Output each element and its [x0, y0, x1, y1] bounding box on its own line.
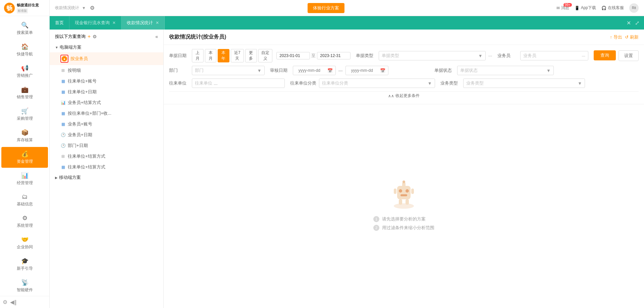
date-this-month-btn[interactable]: 本月	[205, 49, 217, 62]
sidebar-item-finance[interactable]: 💰 资金管理	[1, 147, 48, 168]
tree-section-mobile: ▶ 移动端方案	[50, 172, 163, 183]
dept-select[interactable]: 部门 ▼	[192, 66, 265, 75]
date-from-input[interactable]	[276, 52, 310, 59]
tab-receipt-stats-close[interactable]: ✕	[156, 20, 159, 25]
date-last-month-btn[interactable]: 上月	[192, 49, 204, 62]
review-date-to-wrap[interactable]: 📅	[345, 66, 388, 75]
svg-rect-10	[406, 199, 409, 205]
sidebar-item-enterprise[interactable]: 🤝 企业协同	[1, 233, 48, 253]
sidebar-settings-btn[interactable]: ⚙	[3, 299, 7, 305]
tree-item-label: 按明细	[68, 67, 81, 73]
doc-status-select[interactable]: 单据状态 ▼	[457, 66, 554, 75]
sidebar-item-purchase[interactable]: 🛒 采购管理	[1, 104, 48, 125]
collapse-icon: ∧∧	[388, 94, 394, 98]
doc-status-label: 单据状态	[434, 67, 454, 73]
sidebar-item-marketing[interactable]: 📢 营销推广	[1, 61, 48, 82]
date-7days-btn[interactable]: 近7天	[231, 49, 244, 62]
tree-item-salesman-account[interactable]: ▦ 业务员+账号	[50, 119, 163, 130]
review-date-to-input[interactable]	[348, 67, 379, 74]
tab-receipt-stats[interactable]: 收款情况统计 ✕	[121, 16, 165, 30]
salesman-icon: ●	[62, 56, 67, 61]
tree-item-counterpart-dept-recv[interactable]: ▦ 按往来单位+部门+收...	[50, 108, 163, 119]
sidebar: 畅 畅捷通好生意 标准版 🔍 搜索菜单 🏠 快捷导航 📢 营销推广 💼 销售管理…	[0, 0, 50, 308]
sidebar-item-label: 系统管理	[17, 223, 33, 228]
sidebar-item-operation[interactable]: 📊 经营管理	[1, 168, 48, 189]
marketing-icon: 📢	[21, 64, 29, 72]
panel-title: 按以下方案查询	[55, 34, 86, 40]
counterpart-category-arrow: ▼	[428, 81, 432, 86]
message-btn[interactable]: ✉ 消息 99+	[556, 5, 569, 11]
date-this-year-btn[interactable]: 本年	[218, 49, 229, 62]
tip-num-1: 1	[373, 216, 379, 222]
query-btn[interactable]: 查询	[594, 50, 616, 60]
panel-add-btn[interactable]: +	[88, 34, 91, 40]
doc-type-select[interactable]: 单据类型 ▼	[379, 51, 485, 60]
collapse-more-btn[interactable]: ∧∧ 收起更多条件	[169, 91, 639, 100]
trial-btn[interactable]: 体验行业方案	[308, 3, 344, 13]
salesman-value: 业务员	[523, 53, 536, 59]
tab-bank-flow-close[interactable]: ✕	[112, 20, 116, 25]
sidebar-item-label: 新手引导	[17, 266, 33, 271]
tree-item-counterpart-date[interactable]: ▦ 往来单位+日期	[50, 87, 163, 97]
tree-item-counterpart-settle1[interactable]: ⊞ 往来单位+结算方式	[50, 151, 163, 162]
date-to-input[interactable]	[317, 52, 351, 59]
tab-home[interactable]: 首页	[50, 16, 69, 30]
close-window-btn[interactable]: ✕	[625, 20, 633, 26]
export-btn[interactable]: ↑ 导出	[610, 34, 623, 40]
tree-item-salesman-settle[interactable]: 📊 业务员+结算方式	[50, 97, 163, 108]
tree-item-by-detail[interactable]: ⊞ 按明细	[50, 65, 163, 76]
refresh-btn[interactable]: ↺ 刷新	[625, 34, 639, 40]
sidebar-item-system[interactable]: ⚙ 系统管理	[1, 211, 48, 232]
sidebar-item-basic-info[interactable]: 🗂 基础信息	[1, 190, 48, 210]
sidebar-item-sales[interactable]: 💼 销售管理	[1, 83, 48, 103]
salesman-arrow: ···	[582, 53, 585, 58]
tree-item-counterpart-settle2[interactable]: ▦ 往来单位+结算方式	[50, 162, 163, 172]
calendar-from-icon[interactable]: 📅	[327, 68, 333, 73]
filter-row-2: 部门 部门 ▼ 审核日期 📅 —	[169, 66, 639, 75]
panel-collapse-btn[interactable]: «	[155, 34, 158, 39]
panel-settings-btn[interactable]: ⚙	[93, 34, 97, 39]
sidebar-item-search-menu[interactable]: 🔍 搜索菜单	[1, 18, 48, 39]
doc-type-filter: 单据类型 单据类型 ▼ ···	[356, 51, 492, 60]
date-more-btn[interactable]: 更多	[245, 49, 257, 62]
guide-icon: 🎓	[21, 257, 29, 265]
settings-btn[interactable]: 设置	[619, 50, 639, 61]
tree-item-salesman-date[interactable]: 🕐 业务员+日期	[50, 130, 163, 140]
salesman-date-icon: 🕐	[60, 132, 66, 138]
sidebar-collapse-btn[interactable]: ◀‖	[10, 299, 17, 305]
biz-type-arrow: ▼	[578, 81, 582, 86]
counterpart-dots[interactable]: ...	[214, 81, 218, 86]
breadcrumb-arrow[interactable]: ▼	[82, 6, 86, 10]
salesman-select[interactable]: 业务员 ···	[520, 51, 588, 60]
doc-type-more-btn[interactable]: ···	[488, 53, 492, 58]
counterpart-input[interactable]: 往来单位 ...	[192, 79, 285, 88]
tree-item-dept-date[interactable]: 🕐 部门+日期	[50, 140, 163, 151]
calendar-to-icon[interactable]: 📅	[380, 68, 385, 73]
counterpart-category-select[interactable]: 往来单位分类 ▼	[319, 79, 435, 88]
sidebar-item-label: 采购管理	[17, 116, 33, 121]
user-avatar[interactable]: Rit	[629, 3, 639, 13]
top-header: 收款情况统计 ▼ ⚙ 体验行业方案 ✉ 消息 99+ 📱 App下载 🎧 在线客…	[50, 0, 644, 16]
maximize-window-btn[interactable]: ⤢	[633, 20, 641, 26]
right-content: 收款情况统计(按业务员) ↑ 导出 ↺ 刷新 单据日期	[164, 30, 644, 308]
online-service-btn[interactable]: 🎧 在线客服	[601, 5, 624, 11]
tree-item-counterpart-account[interactable]: ▦ 往来单位+账号	[50, 76, 163, 87]
tab-bank-flow[interactable]: 现金银行流水查询 ✕	[69, 16, 121, 30]
header-gear-icon[interactable]: ⚙	[89, 3, 96, 12]
biz-type-select[interactable]: 业务类型 ▼	[463, 79, 585, 88]
review-date-from-wrap[interactable]: 📅	[293, 66, 336, 75]
svg-rect-9	[399, 199, 402, 205]
tree-item-by-salesman[interactable]: ● 按业务员	[50, 52, 163, 65]
filter-area: 单据日期 上月 本月 本年 近7天 更多 自定义 至	[164, 45, 644, 104]
sidebar-item-guide[interactable]: 🎓 新手引导	[1, 254, 48, 275]
review-date-from-input[interactable]	[296, 67, 326, 74]
date-custom-btn[interactable]: 自定义	[258, 49, 273, 62]
refresh-label: 刷新	[630, 34, 639, 40]
sidebar-item-quick-nav[interactable]: 🏠 快捷导航	[1, 40, 48, 60]
tree-section-mobile-header[interactable]: ▶ 移动端方案	[50, 172, 163, 183]
app-download-btn[interactable]: 📱 App下载	[575, 5, 596, 11]
tree-section-desktop-header[interactable]: ▼ 电脑端方案	[50, 42, 163, 52]
sidebar-item-smart-hw[interactable]: 📡 智能硬件	[1, 275, 48, 296]
sidebar-item-inventory[interactable]: 📦 库存核算	[1, 125, 48, 146]
date-label: 单据日期	[169, 53, 189, 59]
